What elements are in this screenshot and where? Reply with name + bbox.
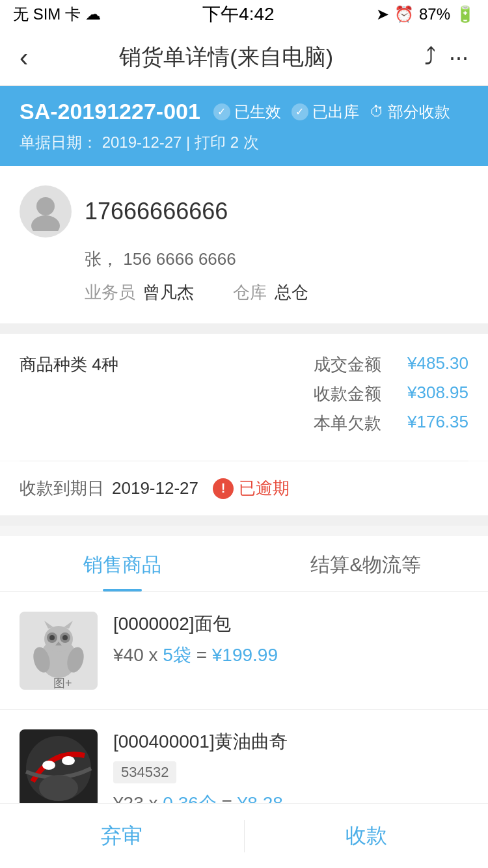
page-title: 销货单详情(来自电脑) [119,42,333,72]
svg-text:图+: 图+ [53,677,72,690]
tab-settlement[interactable]: 结算&物流等 [244,536,488,591]
status-time: 下午4:42 [202,2,275,27]
print-label: 打印 [195,133,226,151]
badge-effective-label: 已生效 [234,102,281,122]
product-code-2: [000400001] [113,731,215,752]
print-separator: | [186,133,195,151]
product-thumb-2 [20,729,98,807]
product-name-1: [0000002]面包 [113,612,468,636]
price-qty-1: 5袋 [163,645,191,665]
contact-phone: 156 6666 6666 [123,249,236,269]
badge-partial-label: 部分收款 [388,102,450,122]
sales-name: 曾凡杰 [143,281,194,304]
date-value: 2019-12-27 [102,133,182,151]
alarm-icon: ⏰ [394,5,414,23]
divider-2 [0,515,488,526]
overdue-label: 收款到期日 [20,477,104,500]
print-count: 2 [230,133,239,151]
header-banner-top: SA-20191227-001 ✓ 已生效 ✓ 已出库 ⏱ 部分收款 [20,99,468,124]
stats-section: 商品种类 4种 成交金额 ¥485.30 收款金额 ¥308.95 本单欠款 ¥… [0,334,488,461]
product-price-1: ¥40 x 5袋 = ¥199.99 [113,643,468,668]
warehouse-item: 仓库 总仓 [233,281,308,304]
customer-section: 17666666666 张， 156 6666 6666 业务员 曾凡杰 仓库 … [0,166,488,323]
product-list: 图+ [0000002]面包 ¥40 x 5袋 = ¥199.99 [0,592,488,836]
back-button[interactable]: ‹ [20,44,28,70]
overdue-date: 2019-12-27 [112,478,198,498]
customer-row: 17666666666 [20,185,468,237]
date-label: 单据日期： [20,133,98,151]
sim-indicator: 无 SIM 卡 ☁ [13,4,101,25]
tabs-row: 销售商品 结算&物流等 [0,536,488,592]
clock-icon: ⏱ [370,103,384,120]
list-item: 图+ [0000002]面包 ¥40 x 5袋 = ¥199.99 [0,592,488,710]
tabs-section: 销售商品 结算&物流等 [0,536,488,592]
product-code-1: [0000002] [113,614,195,634]
stats-right: 成交金额 ¥485.30 收款金额 ¥308.95 本单欠款 ¥176.35 [314,353,468,441]
product-sku-2: 534532 [113,761,176,783]
svg-point-7 [49,635,55,640]
product-title-2: 黄油曲奇 [215,731,288,752]
svg-point-19 [39,775,78,801]
battery-icon: 🔋 [455,5,475,23]
product-title-1: 面包 [195,614,231,634]
avatar [20,185,72,237]
svg-point-8 [62,635,68,640]
product-image-2 [20,729,98,807]
product-name-2: [000400001]黄油曲奇 [113,729,468,754]
tab-sales-products[interactable]: 销售商品 [0,536,244,591]
divider-1 [0,323,488,334]
nav-actions: ⤴ ··· [424,44,468,71]
header-date: 单据日期： 2019-12-27 | 打印 2 次 [20,132,468,153]
debt-row: 本单欠款 ¥176.35 [314,412,468,435]
more-icon[interactable]: ··· [449,44,468,71]
stats-left: 商品种类 4种 [20,353,118,381]
contact-name: 张， [85,249,118,269]
price-base-1: ¥40 [113,645,144,665]
badge-partial-payment: ⏱ 部分收款 [370,102,450,122]
print-unit: 次 [243,133,259,151]
overdue-text: 已逾期 [239,477,290,500]
debt-label: 本单欠款 [314,412,381,435]
sales-item: 业务员 曾凡杰 [85,281,194,304]
share-icon[interactable]: ⤴ [424,44,436,71]
collection-amount-row: 收款金额 ¥308.95 [314,383,468,405]
product-type-item: 商品种类 4种 [20,353,118,376]
status-right: ➤ ⏰ 87% 🔋 [376,5,475,23]
overdue-section: 收款到期日 2019-12-27 ! 已逾期 [0,461,488,515]
customer-contact: 张， 156 6666 6666 [20,248,468,271]
product-info-1: [0000002]面包 ¥40 x 5袋 = ¥199.99 [113,612,468,668]
overdue-warning-icon: ! [213,478,234,499]
overdue-badge: ! 已逾期 [213,477,290,500]
location-icon: ➤ [376,5,389,23]
debt-value: ¥176.35 [407,412,468,435]
cancel-button[interactable]: 弃审 [0,809,244,863]
svg-point-18 [62,756,75,765]
badge-effective: ✓ 已生效 [213,102,281,122]
svg-point-17 [42,761,55,770]
product-type-count-val: 4种 [92,355,118,374]
sales-label: 业务员 [85,281,135,304]
product-image-1: 图+ [20,612,98,690]
badge-shipped: ✓ 已出库 [291,102,359,122]
svg-point-1 [31,215,60,231]
warehouse-name: 总仓 [275,281,308,304]
deal-amount-value: ¥485.30 [407,353,468,376]
svg-point-0 [36,197,55,215]
status-left: 无 SIM 卡 ☁ [13,4,101,25]
customer-phone: 17666666666 [85,198,228,225]
collection-amount-value: ¥308.95 [407,383,468,405]
status-badges: ✓ 已生效 ✓ 已出库 ⏱ 部分收款 [213,102,450,122]
collection-amount-label: 收款金额 [314,383,381,405]
nav-bar: ‹ 销货单详情(来自电脑) ⤴ ··· [0,29,488,86]
badge-shipped-label: 已出库 [312,102,359,122]
deal-amount-label: 成交金额 [314,353,381,376]
status-bar: 无 SIM 卡 ☁ 下午4:42 ➤ ⏰ 87% 🔋 [0,0,488,29]
battery-level: 87% [419,5,450,23]
confirm-button[interactable]: 收款 [245,809,489,863]
avatar-icon [26,192,65,231]
price-total-1: ¥199.99 [212,645,278,665]
product-type-label: 商品种类 [20,355,87,374]
deal-amount-row: 成交金额 ¥485.30 [314,353,468,376]
header-banner: SA-20191227-001 ✓ 已生效 ✓ 已出库 ⏱ 部分收款 单据日期：… [0,86,488,166]
warehouse-label: 仓库 [233,281,267,304]
